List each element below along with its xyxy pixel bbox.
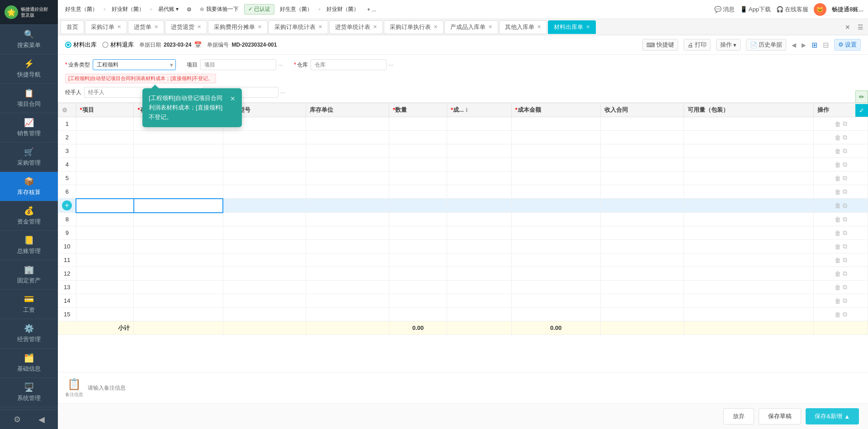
right-panel-check-icon[interactable]: ✓ xyxy=(855,104,868,117)
tooltip-close-btn[interactable]: ✕ xyxy=(230,94,236,104)
cell-name[interactable] xyxy=(134,294,223,308)
cell-cost-amount[interactable] xyxy=(511,213,600,226)
sidebar-item-project[interactable]: 📋 项目合同 xyxy=(0,84,58,113)
cell-unit[interactable] xyxy=(306,294,389,308)
cell-available[interactable] xyxy=(684,117,814,131)
cell-quantity[interactable] xyxy=(389,213,447,226)
cell-quantity[interactable] xyxy=(389,308,447,321)
cell-name[interactable] xyxy=(134,185,223,199)
cell-project[interactable] xyxy=(76,172,134,185)
sidebar-item-inventory[interactable]: 📦 库存核算 xyxy=(0,172,58,201)
cell-quantity[interactable] xyxy=(389,117,447,131)
tab-home[interactable]: 首页 xyxy=(61,20,84,34)
delete-row-icon[interactable]: 🗑 xyxy=(835,120,841,128)
cell-unit[interactable] xyxy=(306,185,389,199)
copy-row-icon[interactable]: ⧉ xyxy=(843,147,847,155)
cell-project-active[interactable] xyxy=(76,199,134,213)
cell-cost-amount[interactable] xyxy=(511,131,600,144)
cell-contract-active[interactable] xyxy=(600,199,684,213)
cell-cost-amount[interactable] xyxy=(511,308,600,321)
cell-quantity[interactable] xyxy=(389,226,447,240)
cell-unit[interactable] xyxy=(306,267,389,281)
cell-cost[interactable] xyxy=(447,267,512,281)
delete-row-icon[interactable]: 🗑 xyxy=(835,297,841,305)
settings-btn[interactable]: ⚙ 设置 xyxy=(834,39,861,51)
nav-prev-icon[interactable]: ◀ xyxy=(792,42,796,48)
cell-cost[interactable] xyxy=(447,226,512,240)
copy-row-icon[interactable]: ⧉ xyxy=(843,310,847,318)
copy-row-icon[interactable]: ⧉ xyxy=(843,174,847,182)
cell-cost-amount[interactable] xyxy=(511,267,600,281)
radio-material-outbound[interactable]: 材料出库 xyxy=(65,41,97,49)
cell-available-active[interactable] xyxy=(684,199,814,213)
sidebar-item-search-menu[interactable]: 🔍 搜索菜单 xyxy=(0,25,58,54)
cell-cost[interactable] xyxy=(447,158,512,172)
cell-quantity-active[interactable] xyxy=(389,199,447,213)
cell-cost-amount[interactable] xyxy=(511,226,600,240)
close-all-tabs-btn[interactable]: ✕ xyxy=(843,23,852,32)
delete-row-icon[interactable]: 🗑 xyxy=(835,284,841,291)
cell-name[interactable] xyxy=(134,213,223,226)
cell-name[interactable] xyxy=(134,226,223,240)
delete-row-icon[interactable]: 🗑 xyxy=(835,202,841,209)
tab-close-icon[interactable]: ✕ xyxy=(488,24,492,30)
delete-row-icon[interactable]: 🗑 xyxy=(835,243,841,250)
cell-unit[interactable] xyxy=(306,172,389,185)
cell-spec[interactable] xyxy=(223,267,306,281)
cell-name[interactable] xyxy=(134,144,223,158)
cell-spec[interactable] xyxy=(223,213,306,226)
cell-cost-active[interactable] xyxy=(447,199,512,213)
add-row-btn[interactable]: + xyxy=(62,200,72,210)
cell-cost-amount[interactable] xyxy=(511,240,600,253)
tab-close-icon[interactable]: ✕ xyxy=(318,24,322,30)
cell-available[interactable] xyxy=(684,158,814,172)
copy-row-icon[interactable]: ⧉ xyxy=(843,215,847,223)
cell-cost-amount[interactable] xyxy=(511,185,600,199)
right-panel-edit-icon[interactable]: ✏ xyxy=(855,91,868,103)
shortcut-key-btn[interactable]: ⌨ 快捷键 xyxy=(642,39,678,51)
warehouse-input[interactable] xyxy=(311,59,387,70)
topbar-item-hs2[interactable]: 好生意（菌） xyxy=(277,4,315,15)
cell-quantity[interactable] xyxy=(389,240,447,253)
gear-col-icon[interactable]: ⚙ xyxy=(62,107,67,114)
cell-available[interactable] xyxy=(684,131,814,144)
cell-spec[interactable] xyxy=(223,294,306,308)
delete-row-icon[interactable]: 🗑 xyxy=(835,216,841,223)
copy-row-icon[interactable]: ⧉ xyxy=(843,120,847,128)
user-name[interactable]: 畅捷通8账... xyxy=(832,5,863,14)
cell-cost[interactable] xyxy=(447,144,512,158)
copy-row-icon[interactable]: ⧉ xyxy=(843,133,847,141)
cell-cost[interactable] xyxy=(447,213,512,226)
project-dots-icon[interactable]: ··· xyxy=(278,61,283,68)
tab-purchase-order[interactable]: 采购订单 ✕ xyxy=(85,20,127,34)
cell-unit[interactable] xyxy=(306,281,389,294)
cell-cost[interactable] xyxy=(447,240,512,253)
sidebar-item-purchase[interactable]: 🛒 采购管理 xyxy=(0,143,58,172)
cell-available[interactable] xyxy=(684,294,814,308)
copy-row-icon[interactable]: ⧉ xyxy=(843,202,847,210)
user-avatar[interactable]: 🐱 xyxy=(814,3,826,16)
income-contract-dots-icon[interactable]: ··· xyxy=(280,89,286,96)
tab-close-icon[interactable]: ✕ xyxy=(258,24,262,30)
cell-project[interactable] xyxy=(76,117,134,131)
cell-unit[interactable] xyxy=(306,213,389,226)
col-info-icon[interactable]: ℹ xyxy=(466,107,467,113)
topbar-item-haoshengyi[interactable]: 好生意（菌） xyxy=(62,4,100,15)
cell-project[interactable] xyxy=(76,131,134,144)
topbar-settings-icon[interactable]: ⚙ xyxy=(184,5,194,14)
project-input[interactable] xyxy=(200,59,276,70)
cell-contract[interactable] xyxy=(600,294,684,308)
cell-project[interactable] xyxy=(76,240,134,253)
copy-row-icon[interactable]: ⧉ xyxy=(843,188,847,195)
tab-purchase-goods[interactable]: 进货单 ✕ xyxy=(128,20,164,34)
sidebar-item-assets[interactable]: 🏢 固定资产 xyxy=(0,260,58,290)
cell-available[interactable] xyxy=(684,172,814,185)
copy-row-icon[interactable]: ⧉ xyxy=(843,243,847,250)
cell-project[interactable] xyxy=(76,281,134,294)
cell-project[interactable] xyxy=(76,213,134,226)
cell-unit[interactable] xyxy=(306,144,389,158)
cell-cost[interactable] xyxy=(447,172,512,185)
cell-name[interactable] xyxy=(134,131,223,144)
cell-contract[interactable] xyxy=(600,158,684,172)
cell-unit[interactable] xyxy=(306,131,389,144)
